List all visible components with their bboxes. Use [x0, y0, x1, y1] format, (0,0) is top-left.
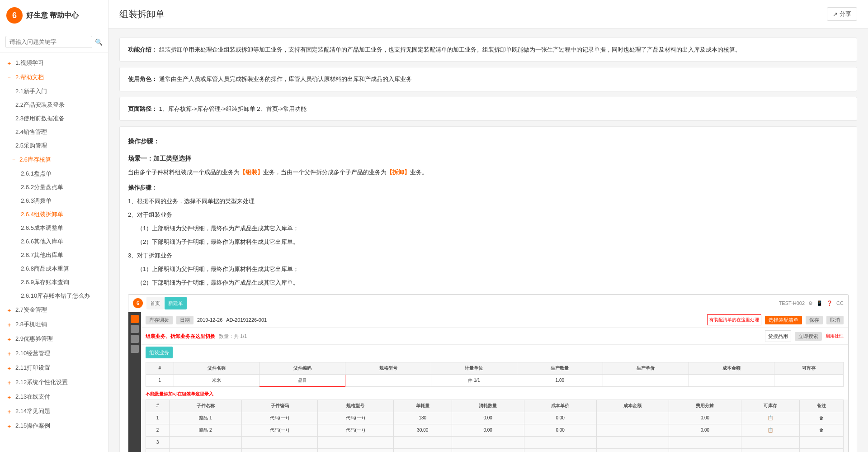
sidebar-item-2-6[interactable]: － 2.6库存核算: [0, 152, 108, 167]
th-num: #: [146, 362, 174, 375]
sidebar-item-2-15[interactable]: ＋ 2.15操作案例: [0, 419, 108, 433]
mock-child-table: # 子件名称 子件编码 规格型号 单耗量 消耗数量 成本单价 成本金额 费用分摊: [146, 400, 844, 452]
mock-icon-4: [131, 345, 139, 353]
th-name: 父件名称: [174, 362, 259, 375]
sidebar-item-2-6-3[interactable]: 2.6.3调拨单: [0, 194, 108, 208]
th-unit: 计量单位: [431, 362, 517, 375]
minus-icon-2-6: －: [11, 156, 17, 164]
steps-section: 操作步骤： 场景一：加工类型选择 当由多个子件材料组装成一个成品的业务为【组装】…: [119, 126, 857, 452]
plus-icon-2-9: ＋: [6, 336, 13, 342]
sidebar-item-2-10[interactable]: ＋ 2.10经营管理: [0, 346, 108, 361]
th-price: 生产单价: [603, 362, 689, 375]
sidebar-item-2-14[interactable]: ＋ 2.14常见问题: [0, 404, 108, 419]
sidebar-item-2-6-7[interactable]: 2.6.7其他出库单: [0, 248, 108, 262]
screenshot-area: 6 首页 新建单 TEST-H002 ⚙ 📱 ❓ CC: [128, 294, 849, 452]
mock-btn-confirm[interactable]: 选择装配清单: [765, 316, 802, 324]
sidebar-item-2-6-10[interactable]: 2.6.10库存账本错了怎么办: [0, 289, 108, 303]
sidebar-item-2-12[interactable]: ＋ 2.12系统个性化设置: [0, 375, 108, 390]
mock-annotation-fill: 不能批量添加可在组装单这里录入: [141, 389, 848, 400]
step2-2: （2）下部明细为子件明细，最终作为原材料生成其它出库单。: [128, 236, 849, 248]
scene1-title: 场景一：加工类型选择: [128, 152, 849, 165]
role-box: 使用角色： 通常由生产人员或库管人员完成拆装业务的操作，库管人员确认原材料的出库…: [119, 67, 857, 91]
sidebar-item-2-9[interactable]: ＋ 2.9优惠券管理: [0, 332, 108, 346]
sidebar-item-2-4[interactable]: 2.4销售管理: [0, 125, 108, 139]
plus-icon-2-11: ＋: [6, 365, 13, 371]
sidebar-item-2-6-1[interactable]: 2.6.1盘点单: [0, 167, 108, 181]
mock-content-area: 库存调拨 日期 2019-12-26 AD-20191226-001 有装配清单…: [128, 312, 848, 452]
mock-sub-table-container: # 子件名称 子件编码 规格型号 单耗量 消耗数量 成本单价 成本金额 费用分摊: [141, 400, 848, 452]
step3-2: （2）下部明细为子件明细，最终作为产成品生成其它入库单。: [128, 277, 849, 289]
scene1-desc: 当由多个子件材料组装成一个成品的业务为【组装】业务，当由一个父件拆分成多个子产品…: [128, 167, 849, 178]
sidebar-item-2-2[interactable]: 2.2产品安装及登录: [0, 98, 108, 112]
annotation-enable: 启用处理: [826, 332, 844, 341]
logo-icon: 6: [6, 7, 23, 24]
mock-top-right: TEST-H002 ⚙ 📱 ❓ CC: [779, 298, 844, 308]
table-row: 4: [146, 449, 844, 452]
page-header: 组装拆卸单 ↗ 分享: [108, 0, 868, 29]
plus-icon-2-14: ＋: [6, 408, 13, 414]
sidebar-item-2-6-5[interactable]: 2.6.5成本调整单: [0, 221, 108, 235]
logo-title: 好生意 帮助中心: [26, 11, 79, 20]
step2-1: （1）上部明细为父件明细，最终作为产成品生成其它入库单；: [128, 223, 849, 234]
mock-doc-toolbar: 库存调拨 日期 2019-12-26 AD-20191226-001 有装配清单…: [141, 312, 848, 328]
mock-logo: 6: [133, 298, 143, 308]
search-input[interactable]: [5, 36, 92, 48]
mock-titlebar: 6 首页 新建单 TEST-H002 ⚙ 📱 ❓ CC: [128, 295, 848, 312]
sidebar-item-video[interactable]: ＋ 1.视频学习: [0, 56, 108, 70]
step2: 2、对于组装业务: [128, 209, 849, 221]
step3-1: （1）上部明细为父件明细，最终作为原材料生成其它出库单；: [128, 263, 849, 275]
search-button[interactable]: 🔍: [95, 38, 103, 46]
sidebar-item-2-6-4[interactable]: 2.6.4组装拆卸单: [0, 208, 108, 221]
sidebar-item-2-6-8[interactable]: 2.6.8商品成本重算: [0, 262, 108, 276]
share-icon: ↗: [833, 11, 838, 18]
role-text: 通常由生产人员或库管人员完成拆装业务的操作，库管人员确认原材料的出库和产成品的入…: [159, 76, 412, 82]
sidebar-item-2-6-6[interactable]: 2.6.6其他入库单: [0, 235, 108, 248]
path-text: 1、库存核算->库存管理->组装拆卸单 2、首页->常用功能: [159, 105, 307, 112]
plus-icon-2-13: ＋: [6, 394, 13, 400]
th-code: 父件编码: [259, 362, 345, 375]
table-row: 1 赠品 1 代码(一+) 代码(一+) 180 0.00 0.00 0.00: [146, 412, 844, 424]
mock-section-label: 组装业务: [146, 347, 173, 358]
plus-icon: ＋: [6, 60, 13, 66]
sidebar-item-2-11[interactable]: ＋ 2.11打印设置: [0, 361, 108, 375]
sidebar-item-2-6-9[interactable]: 2.6.9库存账本查询: [0, 276, 108, 289]
sidebar-item-2-3[interactable]: 2.3使用前数据准备: [0, 112, 108, 125]
sidebar-item-2-7[interactable]: ＋ 2.7资金管理: [0, 303, 108, 317]
mock-tab-home: 首页: [146, 297, 164, 309]
mock-btn-cancel[interactable]: 取消: [826, 316, 844, 324]
mock-icon-3: [131, 335, 139, 343]
mock-btn-search[interactable]: 立即搜索: [795, 332, 822, 341]
sidebar-item-2-6-2[interactable]: 2.6.2分量盘点单: [0, 181, 108, 194]
sidebar-item-2-1[interactable]: 2.1新手入门: [0, 85, 108, 98]
mock-top-table-container: # 父件名称 父件编码 规格型号 计量单位 生产数量 生产单价 成本金额 可库存: [141, 362, 848, 389]
mock-btn-save[interactable]: 保存: [806, 316, 823, 324]
search-bar: 🔍: [0, 31, 108, 53]
highlight-disassemble: 【拆卸】: [387, 169, 410, 176]
mock-search-field: 货搜品用: [765, 330, 791, 342]
role-label: 使用角色：: [128, 76, 157, 82]
table-row: 3: [146, 437, 844, 449]
mock-icon-1: [131, 315, 139, 323]
sidebar-item-2-5[interactable]: 2.5采购管理: [0, 139, 108, 152]
mock-parent-table: # 父件名称 父件编码 规格型号 计量单位 生产数量 生产单价 成本金额 可库存: [146, 362, 844, 387]
annotation-type-switch: 组装业务、拆卸业务在这里切换: [146, 331, 215, 341]
mock-main-form: 库存调拨 日期 2019-12-26 AD-20191226-001 有装配清单…: [141, 312, 848, 452]
mock-tab-active: 新建单: [165, 297, 187, 309]
mock-icon-2: [131, 325, 139, 333]
highlighted-cell: 品目: [259, 375, 345, 387]
mock-type-row: 组装业务、拆卸业务在这里切换 数量：共 1/1 货搜品用 立即搜索 启用处理: [141, 328, 848, 345]
path-label: 页面路径：: [128, 105, 157, 112]
sidebar-item-2-13[interactable]: ＋ 2.13在线支付: [0, 390, 108, 404]
path-box: 页面路径： 1、库存核算->库存管理->组装拆卸单 2、首页->常用功能: [119, 97, 857, 121]
plus-icon-2-10: ＋: [6, 350, 13, 357]
th-spec: 规格型号: [345, 362, 431, 375]
mock-btn-date[interactable]: 日期: [176, 316, 193, 324]
plus-icon-2-7: ＋: [6, 307, 13, 313]
share-button[interactable]: ↗ 分享: [827, 7, 857, 21]
mock-section-header: 组装业务: [141, 345, 848, 362]
plus-icon-2-8: ＋: [6, 321, 13, 328]
mock-btn-type[interactable]: 库存调拨: [146, 316, 173, 324]
sidebar-item-2-8[interactable]: ＋ 2.8手机旺铺: [0, 317, 108, 332]
intro-text: 组装拆卸单用来处理企业组装或拆卸等加工业务，支持有固定装配清单的产品加工业务，也…: [159, 46, 741, 53]
sidebar-item-docs[interactable]: － 2.帮助文档: [0, 70, 108, 85]
